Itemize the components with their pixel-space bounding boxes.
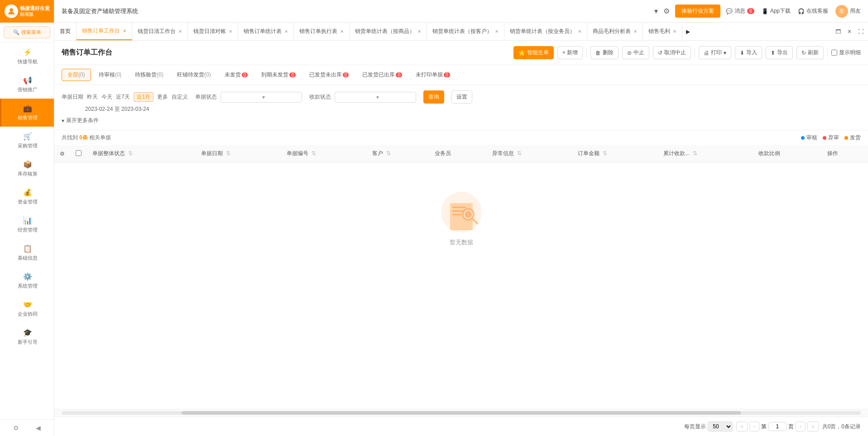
refresh-button[interactable]: ↻ 刷新 xyxy=(796,46,824,59)
tab-sales-stats-customer[interactable]: 销货单统计表（按客户） ✕ xyxy=(427,23,504,40)
horizontal-scrollbar[interactable] xyxy=(62,411,861,415)
page-size-select[interactable]: 10 20 50 100 xyxy=(708,422,733,431)
online-service-button[interactable]: 🎧 在线客服 xyxy=(798,7,828,15)
tab-sales-stats-product[interactable]: 销货单统计表（按商品） ✕ xyxy=(350,23,427,40)
col-amount[interactable]: 订单金额 ⇅ xyxy=(572,145,658,162)
sub-tab-pending-inspect[interactable]: 待拣验货(0) xyxy=(129,69,169,81)
col-anomaly[interactable]: 异常信息 ⇅ xyxy=(487,145,572,162)
sub-tab-not-printed[interactable]: 未打印单据0 xyxy=(410,69,456,81)
tab-close-cash-reconcile[interactable]: ✕ xyxy=(229,29,232,34)
show-detail-checkbox[interactable] xyxy=(831,50,837,56)
message-button[interactable]: 💬 消息 6 xyxy=(726,7,754,15)
page-number-input[interactable] xyxy=(768,422,786,431)
user-menu[interactable]: 友 用友 xyxy=(835,5,861,18)
smart-create-button[interactable]: ⭐ 智能生单 xyxy=(513,46,554,59)
col-settings[interactable]: ⚙ xyxy=(54,145,70,162)
tab-sales-order-exec[interactable]: 销售订单执行表 ✕ xyxy=(294,23,350,40)
tab-close-cash-daily[interactable]: ✕ xyxy=(178,29,182,34)
date-opt-custom[interactable]: 自定义 xyxy=(172,93,188,101)
sub-tab-wangpu-pending[interactable]: 旺铺待发货(0) xyxy=(171,69,217,81)
tab-home[interactable]: 首页 xyxy=(54,23,77,40)
app-download-button[interactable]: 📱 App下载 xyxy=(762,7,791,15)
sidebar-item-purchase[interactable]: 🛒 采购管理 xyxy=(0,127,54,155)
tab-close-sales-order-exec[interactable]: ✕ xyxy=(340,29,344,34)
add-button[interactable]: + 新增 xyxy=(557,46,583,59)
col-number[interactable]: 单据编号 ⇅ xyxy=(281,145,367,162)
last-page-button[interactable]: » xyxy=(807,422,819,431)
sidebar-item-base[interactable]: 📋 基础信息 xyxy=(0,239,54,267)
sub-tab-pending-review[interactable]: 待审核(0) xyxy=(93,69,128,81)
tab-cash-daily[interactable]: 钱货日清工作台 ✕ xyxy=(132,23,188,40)
tab-cash-reconcile[interactable]: 钱货日清对账 ✕ xyxy=(188,23,238,40)
tab-product-margin[interactable]: 商品毛利分析表 ✕ xyxy=(587,23,643,40)
finance-icon: 💰 xyxy=(23,188,32,197)
cancel-suspend-button[interactable]: ↺ 取消中止 xyxy=(653,46,691,59)
sub-tab-shipped-warehoused[interactable]: 已发货已出库0 xyxy=(356,69,408,81)
sidebar-item-sales[interactable]: 💼 销售管理 xyxy=(0,99,54,127)
sub-tab-shipped-not-warehoused[interactable]: 已发货未出库0 xyxy=(303,69,355,81)
date-opt-7days[interactable]: 近7天 xyxy=(116,93,130,101)
date-opt-today[interactable]: 今天 xyxy=(101,93,112,101)
col-status[interactable]: 单据整体状态 ⇅ xyxy=(87,145,196,162)
import-button[interactable]: ⬇ 导入 xyxy=(735,46,762,59)
next-page-button[interactable]: › xyxy=(796,422,806,431)
sub-tab-overdue-not-shipped[interactable]: 到期未发货0 xyxy=(255,69,302,81)
settings-filter-button[interactable]: 设置 xyxy=(451,90,472,104)
tab-sales-order-workbench[interactable]: 销售订单工作台 ✕ xyxy=(77,23,132,40)
trial-button[interactable]: 体验行业方案 xyxy=(675,5,720,18)
search-menu-button[interactable]: 🔍 搜索菜单 xyxy=(4,26,50,38)
cancel-review-action-button[interactable]: 弃审 xyxy=(823,134,839,142)
sidebar-item-operation[interactable]: 📊 经营管理 xyxy=(0,211,54,239)
tab-close-sales-stats-staff[interactable]: ✕ xyxy=(578,29,581,34)
export-button[interactable]: ⬆ 导出 xyxy=(766,46,793,59)
col-date[interactable]: 单据日期 ⇅ xyxy=(196,145,281,162)
settings-icon[interactable]: ⚙ xyxy=(663,7,670,15)
tab-sales-profit[interactable]: 销售毛利 ✕ xyxy=(643,23,682,40)
first-page-button[interactable]: « xyxy=(736,422,748,431)
dropdown-arrow-icon[interactable]: ▾ xyxy=(654,7,658,15)
suspend-button[interactable]: ⊘ 中止 xyxy=(622,46,649,59)
payment-select[interactable]: ▾ xyxy=(335,92,416,103)
query-button[interactable]: 查询 xyxy=(423,90,444,104)
date-opt-1month[interactable]: 近1月 xyxy=(134,92,154,102)
show-detail-label[interactable]: 显示明细 xyxy=(831,49,861,57)
tab-close-sales-profit[interactable]: ✕ xyxy=(673,29,676,34)
tab-sales-order-stats[interactable]: 销售订单统计表 ✕ xyxy=(238,23,294,40)
sub-tab-not-shipped[interactable]: 未发货0 xyxy=(219,69,254,81)
tab-more-button[interactable]: ▶ xyxy=(682,23,694,40)
prev-page-button[interactable]: ‹ xyxy=(749,422,759,431)
select-all-checkbox[interactable] xyxy=(76,150,82,156)
results-count: 共找到 0条 相关单据 xyxy=(62,134,111,142)
settings-footer-button[interactable]: ⚙ xyxy=(13,424,19,431)
tab-close-all-button[interactable]: ✕ xyxy=(844,27,854,37)
date-opt-more[interactable]: 更多 xyxy=(157,93,168,101)
collapse-footer-button[interactable]: ◀ xyxy=(36,424,41,431)
expand-filter-button[interactable]: ▾ 展开更多条件 xyxy=(62,117,861,124)
tab-close-sales-stats-product[interactable]: ✕ xyxy=(417,29,421,34)
col-cumulative[interactable]: 累计收款... ⇅ xyxy=(658,145,753,162)
sub-tab-all[interactable]: 全部(0) xyxy=(62,69,91,81)
col-customer[interactable]: 客户 ⇅ xyxy=(367,145,429,162)
tab-maximize-button[interactable]: ⛶ xyxy=(855,27,866,37)
sidebar-item-inventory[interactable]: 📦 库存核算 xyxy=(0,155,54,183)
col-staff[interactable]: 业务员 xyxy=(429,145,487,162)
sidebar-search[interactable]: 🔍 搜索菜单 xyxy=(0,23,54,43)
sidebar-item-system[interactable]: ⚙️ 系统管理 xyxy=(0,267,54,295)
tab-close-product-margin[interactable]: ✕ xyxy=(633,29,637,34)
sidebar-item-quick[interactable]: ⚡ 快捷导航 xyxy=(0,43,54,71)
date-opt-yesterday[interactable]: 昨天 xyxy=(87,93,98,101)
tab-sales-stats-staff[interactable]: 销货单统计表（按业务员） ✕ xyxy=(504,23,587,40)
ship-action-button[interactable]: 发货 xyxy=(844,134,861,142)
sidebar-item-corp[interactable]: 🤝 企业协同 xyxy=(0,295,54,323)
review-action-button[interactable]: 审核 xyxy=(801,134,817,142)
tab-close-sales-order-stats[interactable]: ✕ xyxy=(284,29,288,34)
delete-button[interactable]: 🗑 删除 xyxy=(590,46,619,59)
sidebar-item-marketing[interactable]: 📢 营销推广 xyxy=(0,71,54,99)
tab-restore-button[interactable]: 🗖 xyxy=(833,27,844,37)
sidebar-item-guide[interactable]: 🎓 新手引导 xyxy=(0,323,54,351)
sidebar-item-finance[interactable]: 💰 资金管理 xyxy=(0,183,54,211)
print-button[interactable]: 🖨 打印 ▾ xyxy=(699,46,731,59)
status-select[interactable]: ▾ xyxy=(221,92,302,103)
tab-close-sales-stats-customer[interactable]: ✕ xyxy=(495,29,499,34)
tab-close-sales-order-workbench[interactable]: ✕ xyxy=(123,28,126,33)
